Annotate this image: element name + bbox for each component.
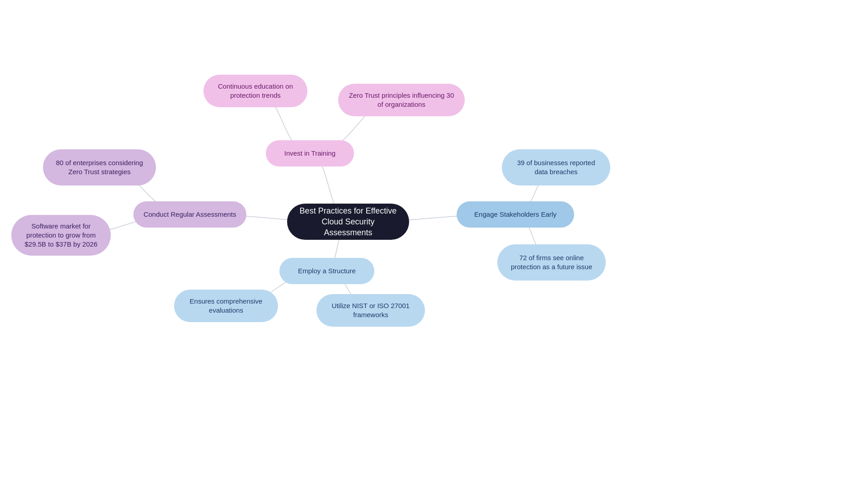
- node-conductAssessments: Conduct Regular Assessments: [133, 201, 246, 228]
- node-investTraining: Invest in Training: [266, 140, 354, 167]
- node-zeroTrustInfluencing: Zero Trust principles influencing 30 of …: [338, 84, 465, 116]
- node-softwareMarket: Software market for protection to grow f…: [11, 215, 111, 256]
- node-nist: Utilize NIST or ISO 27001 frameworks: [316, 294, 425, 327]
- node-center: Best Practices for Effective Cloud Secur…: [287, 204, 409, 240]
- mindmap-connections: [0, 0, 868, 490]
- node-enterprises80: 80 of enterprises considering Zero Trust…: [43, 149, 156, 186]
- node-businesses39: 39 of businesses reported data breaches: [502, 149, 610, 186]
- node-firms72: 72 of firms see online protection as a f…: [497, 244, 606, 281]
- node-engageStakeholders: Engage Stakeholders Early: [457, 201, 574, 228]
- node-continuousEd: Continuous education on protection trend…: [203, 75, 307, 107]
- node-ensures: Ensures comprehensive evaluations: [174, 290, 278, 322]
- node-employStructure: Employ a Structure: [279, 258, 374, 284]
